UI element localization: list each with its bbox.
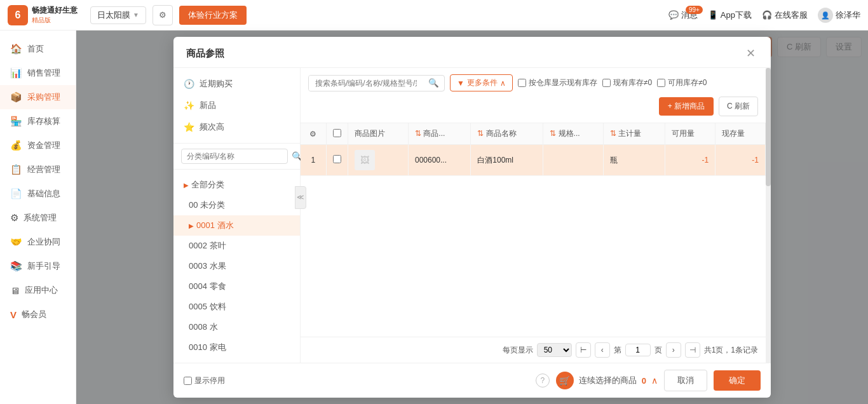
add-product-button[interactable]: + 新增商品 [659, 97, 714, 116]
sidebar-item-sales[interactable]: 📊 销售管理 [0, 61, 76, 85]
row-name: 白酒100ml [471, 145, 543, 176]
cat-0003[interactable]: 0003 水果 [173, 256, 300, 276]
col-name-header[interactable]: ⇅ 商品名称 [471, 123, 543, 145]
checkbox-available-stock[interactable]: 可用库存≠0 [657, 77, 707, 88]
pagination-bar: 每页显示 50 10 20 100 ⊢ ‹ 第 页 [301, 337, 766, 363]
finance-icon: 💰 [10, 140, 22, 151]
confirm-button[interactable]: 确定 [714, 370, 761, 391]
sidebar-item-system[interactable]: ⚙ 系统管理 [0, 206, 76, 230]
phone-icon: 📱 [708, 10, 718, 20]
per-page-select[interactable]: 50 10 20 100 [537, 343, 572, 357]
checkbox-existing-stock[interactable]: 现有库存≠0 [602, 77, 652, 88]
show-disabled-checkbox[interactable]: 显示停用 [184, 375, 225, 386]
quick-tab-new[interactable]: ✨ 新品 [173, 95, 300, 116]
headset-icon: 🎧 [762, 10, 772, 20]
message-badge: 99+ [686, 6, 703, 14]
sidebar-item-operations[interactable]: 📋 经营管理 [0, 158, 76, 182]
row-available: -1 [665, 145, 715, 176]
col-unit-header[interactable]: ⇅ 主计量 [603, 123, 665, 145]
store-selector[interactable]: 日太阳膜 ▼ [90, 6, 146, 24]
filter-arrow-icon: ∧ [500, 79, 506, 88]
cancel-button[interactable]: 取消 [664, 370, 707, 391]
system-icon: ⚙ [10, 212, 18, 224]
sidebar-item-basic-info[interactable]: 📄 基础信息 [0, 182, 76, 206]
product-search-input[interactable] [309, 76, 423, 91]
sidebar-item-finance[interactable]: 💰 资金管理 [0, 133, 76, 158]
quick-tab-frequent[interactable]: ⭐ 频次高 [173, 116, 300, 138]
cat-0002[interactable]: 0002 茶叶 [173, 236, 300, 256]
modal-body: 🕐 近期购买 ✨ 新品 ⭐ 频次高 [173, 68, 771, 363]
cat-all[interactable]: ▶ 全部分类 [173, 175, 300, 195]
messages-button[interactable]: 💬 消息 99+ [668, 10, 698, 21]
sidebar-item-apps[interactable]: 🖥 应用中心 [0, 278, 76, 302]
sidebar-item-inventory[interactable]: 🏪 库存核算 [0, 109, 76, 133]
page-number-input[interactable] [625, 344, 651, 356]
prev-page-button[interactable]: ‹ [595, 342, 610, 358]
active-arrow-icon: ▶ [189, 222, 194, 229]
row-stock: -1 [715, 145, 766, 176]
avatar: 👤 [818, 8, 833, 23]
cat-0010[interactable]: 0010 家电 [173, 337, 300, 358]
product-toolbar: 🔍 ▼ 更多条件 ∧ 按仓库显示现有库存 [301, 68, 766, 123]
cat-0005[interactable]: 0005 饮料 [173, 297, 300, 317]
sidebar-item-guide[interactable]: 📚 新手引导 [0, 254, 76, 278]
sidebar-item-purchase[interactable]: 📦 采购管理 [0, 85, 76, 109]
last-page-button[interactable]: ⊣ [685, 342, 700, 358]
sort-icon: ⇅ [550, 129, 556, 138]
sales-icon: 📊 [10, 67, 22, 79]
quick-tab-recent[interactable]: 🕐 近期购买 [173, 73, 300, 95]
col-spec-header[interactable]: ⇅ 规格... [543, 123, 604, 145]
table-row[interactable]: 1 🖼 [301, 145, 766, 176]
checkbox-warehouse-stock[interactable]: 按仓库显示现有库存 [518, 77, 597, 88]
logo-text: 畅捷通好生意 精品版 [32, 5, 78, 25]
cat-0001[interactable]: ▶ 0001 酒水 [173, 215, 300, 236]
sort-icon: ⇅ [477, 129, 484, 138]
trial-button[interactable]: 体验行业方案 [179, 6, 247, 25]
modal-right-panel: 🔍 ▼ 更多条件 ∧ 按仓库显示现有库存 [301, 68, 766, 363]
category-search-input[interactable] [181, 149, 288, 164]
basic-info-icon: 📄 [10, 188, 22, 199]
modal-header: 商品参照 ✕ [173, 37, 771, 68]
panel-collapse-button[interactable]: ≪ [295, 186, 306, 209]
help-icon-button[interactable]: ? [536, 374, 550, 387]
scroll-track [766, 68, 771, 363]
sidebar-item-enterprise[interactable]: 🤝 企业协同 [0, 230, 76, 254]
sort-icon: ⇅ [610, 129, 616, 138]
sidebar-item-home[interactable]: 🏠 首页 [0, 37, 76, 61]
col-code-header[interactable]: ⇅ 商品... [408, 123, 470, 145]
next-page-button[interactable]: › [666, 342, 681, 358]
row-checkbox[interactable] [326, 145, 348, 176]
modal-title: 商品参照 [186, 48, 224, 60]
main-layout: 🏠 首页 📊 销售管理 📦 采购管理 🏪 库存核算 💰 资金管理 📋 经营管理 … [0, 30, 868, 404]
user-menu[interactable]: 👤 徐泽华 [818, 8, 860, 23]
product-table-container: ⚙ 商品图片 ⇅ [301, 123, 766, 337]
more-filter-button[interactable]: ▼ 更多条件 ∧ [450, 74, 513, 91]
app-download-button[interactable]: 📱 App下载 [708, 10, 752, 21]
cat-0008[interactable]: 0008 水 [173, 317, 300, 337]
cart-area: 🛒 连续选择的商品 0 ∧ [556, 372, 658, 389]
product-search-bar: 🔍 [308, 75, 445, 91]
cart-count: 0 [642, 376, 646, 386]
modal-footer: 显示停用 ? 🛒 连续选择的商品 0 ∧ 取消 确定 [173, 363, 771, 398]
scroll-thumb[interactable] [766, 68, 771, 186]
product-search-button[interactable]: 🔍 [423, 76, 444, 90]
settings-button[interactable]: ⚙ [153, 5, 173, 25]
sidebar-item-membership[interactable]: V 畅会员 [0, 302, 76, 327]
cart-button[interactable]: 🛒 [556, 372, 574, 389]
home-icon: 🏠 [10, 43, 22, 55]
cat-0004[interactable]: 0004 零食 [173, 276, 300, 297]
select-all-checkbox[interactable] [333, 129, 341, 137]
online-service-button[interactable]: 🎧 在线客服 [762, 10, 808, 21]
col-settings[interactable]: ⚙ [301, 123, 326, 145]
cat-00[interactable]: 00 未分类 [173, 195, 300, 215]
modal-overlay: 商品参照 ✕ 🕐 近期购买 ✨ [76, 30, 868, 404]
refresh-button[interactable]: C 刷新 [719, 97, 758, 116]
modal-close-button[interactable]: ✕ [743, 46, 758, 61]
first-page-button[interactable]: ⊢ [576, 342, 591, 358]
cat-arrow-icon: ▶ [184, 182, 189, 189]
cart-collapse-icon[interactable]: ∧ [651, 375, 658, 386]
operations-icon: 📋 [10, 164, 22, 175]
nav-right: 💬 消息 99+ 📱 App下载 🎧 在线客服 👤 徐泽华 [668, 8, 860, 23]
row-index: 1 [301, 145, 326, 176]
sidebar: 🏠 首页 📊 销售管理 📦 采购管理 🏪 库存核算 💰 资金管理 📋 经营管理 … [0, 30, 76, 404]
